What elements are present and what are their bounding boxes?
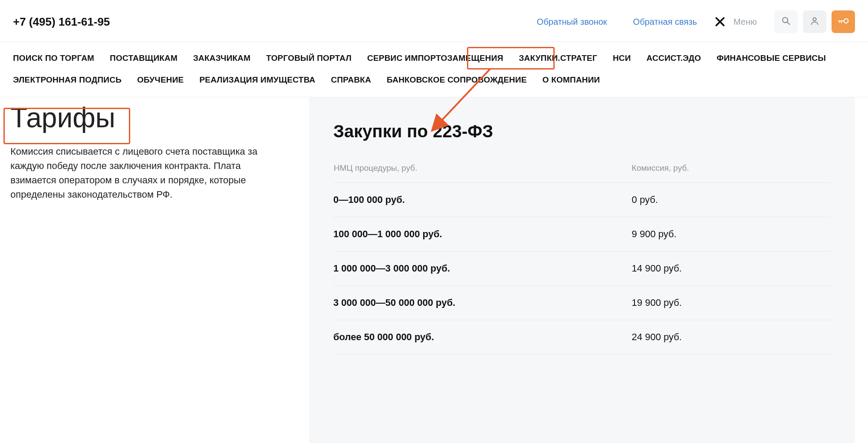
tariff-panel: Закупки по 223-ФЗ НМЦ процедуры, руб. Ко… <box>309 97 855 443</box>
nav-item-8[interactable]: ФИНАНСОВЫЕ СЕРВИСЫ <box>717 47 826 69</box>
topbar: +7 (495) 161-61-95 Обратный звонок Обрат… <box>0 0 868 42</box>
nav-item-9[interactable]: ЭЛЕКТРОННАЯ ПОДПИСЬ <box>13 69 122 91</box>
table-row: 100 000—1 000 000 руб.9 900 руб. <box>333 217 831 252</box>
col-range: НМЦ процедуры, руб. <box>333 163 632 183</box>
search-icon <box>781 16 791 27</box>
nav-item-11[interactable]: РЕАЛИЗАЦИЯ ИМУЩЕСТВА <box>199 69 315 91</box>
cell-range: 100 000—1 000 000 руб. <box>333 217 632 252</box>
link-callback[interactable]: Обратный звонок <box>537 17 607 27</box>
nav-item-0[interactable]: ПОИСК ПО ТОРГАМ <box>13 47 94 69</box>
col-fee: Комиссия, руб. <box>632 163 831 183</box>
account-button[interactable] <box>803 10 826 33</box>
table-row: 0—100 000 руб.0 руб. <box>333 183 831 217</box>
nav-item-13[interactable]: БАНКОВСКОЕ СОПРОВОЖДЕНИЕ <box>387 69 527 91</box>
cell-fee: 0 руб. <box>632 183 831 217</box>
cell-fee: 19 900 руб. <box>632 286 831 320</box>
page-title: Тарифы <box>10 102 309 134</box>
svg-line-1 <box>787 22 790 25</box>
cell-fee: 24 900 руб. <box>632 320 831 355</box>
cell-fee: 9 900 руб. <box>632 217 831 252</box>
nav-item-4[interactable]: СЕРВИС ИМПОРТОЗАМЕЩЕНИЯ <box>367 47 503 69</box>
svg-point-3 <box>844 19 848 23</box>
nav-item-6[interactable]: НСИ <box>613 47 631 69</box>
nav-item-1[interactable]: ПОСТАВЩИКАМ <box>110 47 178 69</box>
link-feedback[interactable]: Обратная связь <box>633 17 697 27</box>
menu-label: Меню <box>733 17 757 27</box>
cell-range: 1 000 000—3 000 000 руб. <box>333 252 632 286</box>
cell-range: более 50 000 000 руб. <box>333 320 632 355</box>
nav-item-12[interactable]: СПРАВКА <box>331 69 372 91</box>
cell-fee: 14 900 руб. <box>632 252 831 286</box>
search-button[interactable] <box>774 10 798 33</box>
key-icon <box>838 17 849 27</box>
nav-item-14[interactable]: О КОМПАНИИ <box>542 69 600 91</box>
table-row: более 50 000 000 руб.24 900 руб. <box>333 320 831 355</box>
phone-number[interactable]: +7 (495) 161-61-95 <box>13 15 110 28</box>
nav-item-3[interactable]: ТОРГОВЫЙ ПОРТАЛ <box>266 47 352 69</box>
page-intro: Комиссия списывается с лицевого счета по… <box>10 144 271 202</box>
main-nav: ПОИСК ПО ТОРГАМПОСТАВЩИКАМЗАКАЗЧИКАМТОРГ… <box>0 42 868 97</box>
nav-item-5[interactable]: ЗАКУПКИ.СТРАТЕГ <box>519 47 597 69</box>
nav-item-2[interactable]: ЗАКАЗЧИКАМ <box>193 47 250 69</box>
cell-range: 3 000 000—50 000 000 руб. <box>333 286 632 320</box>
nav-item-7[interactable]: АССИСТ.ЭДО <box>647 47 701 69</box>
login-key-button[interactable] <box>832 10 855 33</box>
section-title: Закупки по 223-ФЗ <box>333 122 831 141</box>
user-icon <box>810 16 819 27</box>
nav-item-10[interactable]: ОБУЧЕНИЕ <box>137 69 184 91</box>
cell-range: 0—100 000 руб. <box>333 183 632 217</box>
table-row: 1 000 000—3 000 000 руб.14 900 руб. <box>333 252 831 286</box>
close-icon[interactable] <box>714 16 726 27</box>
tariff-table: НМЦ процедуры, руб. Комиссия, руб. 0—100… <box>333 163 831 355</box>
svg-point-2 <box>813 18 816 21</box>
table-row: 3 000 000—50 000 000 руб.19 900 руб. <box>333 286 831 320</box>
